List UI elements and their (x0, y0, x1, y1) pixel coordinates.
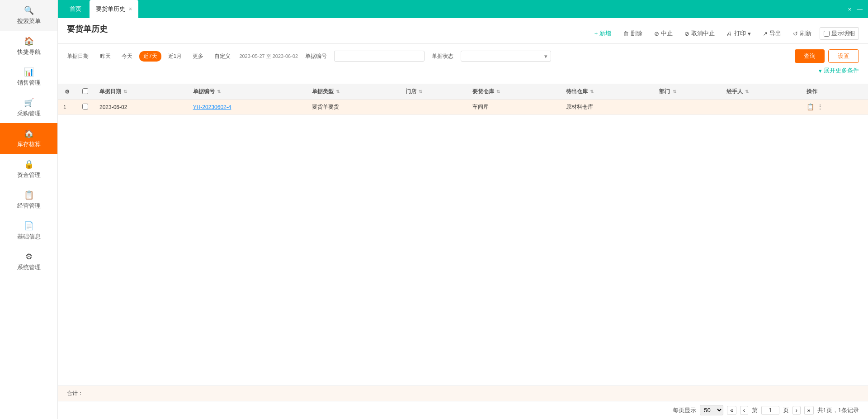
col-bill-type[interactable]: 单据类型 ⇅ (307, 84, 400, 100)
date-btn-7days[interactable]: 近7天 (139, 51, 161, 62)
sidebar-item-sales[interactable]: 📊 销售管理 (0, 62, 57, 92)
row-edit-icon[interactable]: 📋 (807, 103, 814, 110)
prev-page-button[interactable]: ‹ (740, 406, 748, 415)
row-pending-warehouse: 原材料仓库 (561, 100, 654, 115)
sidebar-item-basic-info[interactable]: 📄 基础信息 (0, 215, 57, 246)
sidebar-item-system[interactable]: ⚙ 系统管理 (0, 246, 57, 277)
topbar-minimize-icon[interactable]: — (857, 6, 863, 13)
main-content: 首页 要货单历史 × × — 要货单历史 + 新增 🗑 删除 (58, 0, 868, 419)
tab-bill-history[interactable]: 要货单历史 × (90, 0, 138, 18)
col-pending-warehouse[interactable]: 待出仓库 ⇅ (561, 84, 654, 100)
status-label: 单据状态 (432, 52, 453, 60)
pagination: 每页显示 50 100 « ‹ 第 页 › » 共1页，1条记录 (58, 401, 868, 419)
table-header-row: ⚙ 单据日期 ⇅ 单据编号 ⇅ 单据类型 ⇅ 门店 ⇅ 要货仓库 ⇅ 待出仓库 … (58, 84, 868, 100)
page-title: 要货单历史 (67, 24, 108, 34)
date-btn-more[interactable]: 更多 (189, 51, 208, 62)
purchase-icon: 🛒 (24, 98, 34, 108)
last-page-button[interactable]: » (804, 406, 814, 415)
next-page-button[interactable]: › (793, 406, 801, 415)
row-department (654, 100, 721, 115)
row-actions: 📋 ⋮ (801, 100, 868, 114)
table-body: 1 2023-06-02 YH-20230602-4 要货单要货 车间库 原材料… (58, 100, 868, 115)
basic-info-icon: 📄 (24, 221, 34, 231)
sidebar-item-inventory[interactable]: 🏠 库存核算 (0, 123, 57, 154)
print-button[interactable]: 🖨 打印 ▾ (723, 28, 755, 39)
stop-button[interactable]: ⊘ 中止 (651, 28, 676, 39)
row-more-icon[interactable]: ⋮ (817, 103, 823, 110)
bill-no-input[interactable] (334, 51, 425, 62)
sidebar-item-purchase[interactable]: 🛒 采购管理 (0, 92, 57, 123)
col-action: 操作 (801, 84, 868, 100)
col-checkbox (76, 84, 94, 100)
date-btn-1month[interactable]: 近1月 (164, 51, 186, 62)
col-date[interactable]: 单据日期 ⇅ (94, 84, 188, 100)
page-number-input[interactable] (761, 406, 779, 415)
sidebar-item-finance[interactable]: 🔒 资金管理 (0, 154, 57, 185)
search-menu-icon: 🔍 (24, 5, 34, 15)
finance-icon: 🔒 (24, 159, 34, 169)
row-checkbox[interactable] (76, 100, 94, 115)
table-row: 1 2023-06-02 YH-20230602-4 要货单要货 车间库 原材料… (58, 100, 868, 115)
col-store[interactable]: 门店 ⇅ (400, 84, 467, 100)
system-icon: ⚙ (25, 252, 33, 262)
page-label: 第 (752, 406, 758, 414)
row-bill-type: 要货单要货 (307, 100, 400, 115)
display-detail-button[interactable]: 显示明细 (820, 27, 859, 40)
table-container: ⚙ 单据日期 ⇅ 单据编号 ⇅ 单据类型 ⇅ 门店 ⇅ 要货仓库 ⇅ 待出仓库 … (58, 84, 868, 386)
select-all-checkbox[interactable] (82, 88, 88, 94)
date-filter-label: 单据日期 (67, 52, 89, 60)
total-records-label: 共1页，1条记录 (817, 406, 859, 414)
summary-label: 合计： (67, 390, 83, 397)
col-bill-no[interactable]: 单据编号 ⇅ (188, 84, 307, 100)
bill-no-label: 单据编号 (305, 52, 327, 60)
col-handler[interactable]: 经手人 ⇅ (721, 84, 802, 100)
row-bill-no[interactable]: YH-20230602-4 (188, 100, 307, 115)
status-select-wrapper (461, 51, 551, 62)
table-footer: 合计： (58, 386, 868, 401)
col-department[interactable]: 部门 ⇅ (654, 84, 721, 100)
per-page-label: 每页显示 (673, 406, 696, 414)
col-req-warehouse[interactable]: 要货仓库 ⇅ (467, 84, 561, 100)
topbar: 首页 要货单历史 × × — (58, 0, 868, 18)
per-page-select[interactable]: 50 100 (700, 405, 723, 415)
row-store (400, 100, 467, 115)
filter-area: 单据日期 昨天 今天 近7天 近1月 更多 自定义 2023-05-27 至 2… (58, 44, 868, 84)
topbar-close-icon[interactable]: × (848, 6, 851, 13)
query-button[interactable]: 查询 (795, 49, 825, 63)
row-date: 2023-06-02 (94, 100, 188, 115)
operation-icon: 📋 (24, 190, 34, 200)
sidebar-item-quick-nav[interactable]: 🏠 快捷导航 (0, 31, 57, 62)
display-detail-checkbox[interactable] (824, 31, 830, 37)
export-button[interactable]: ↗ 导出 (759, 28, 785, 39)
tab-close-icon[interactable]: × (129, 6, 132, 12)
topbar-right: × — (848, 6, 863, 13)
tab-home[interactable]: 首页 (63, 0, 88, 18)
row-req-warehouse: 车间库 (467, 100, 561, 115)
sales-icon: 📊 (24, 67, 34, 77)
quick-nav-icon: 🏠 (24, 36, 34, 46)
date-btn-custom[interactable]: 自定义 (210, 51, 235, 62)
inventory-icon: 🏠 (24, 129, 34, 138)
col-settings[interactable]: ⚙ (58, 84, 76, 100)
cancel-stop-button[interactable]: ⊘ 取消中止 (681, 28, 718, 39)
new-button[interactable]: + 新增 (591, 28, 615, 39)
page-header: 要货单历史 + 新增 🗑 删除 ⊘ 中止 ⊘ 取消中止 (58, 18, 868, 44)
settings-button[interactable]: 设置 (828, 49, 859, 63)
date-btn-today[interactable]: 今天 (118, 51, 137, 62)
page-suffix: 页 (783, 406, 789, 414)
expand-more-button[interactable]: ▾ 展开更多条件 (819, 67, 859, 75)
date-btn-yesterday[interactable]: 昨天 (96, 51, 115, 62)
sidebar-item-operation[interactable]: 📋 经营管理 (0, 185, 57, 215)
first-page-button[interactable]: « (727, 406, 736, 415)
filter-row-2: ▾ 展开更多条件 (67, 67, 859, 75)
content-area: 要货单历史 + 新增 🗑 删除 ⊘ 中止 ⊘ 取消中止 (58, 18, 868, 419)
status-select[interactable] (461, 51, 551, 62)
filter-row-1: 单据日期 昨天 今天 近7天 近1月 更多 自定义 2023-05-27 至 2… (67, 49, 859, 63)
row-index: 1 (58, 100, 76, 115)
delete-button[interactable]: 🗑 删除 (619, 28, 646, 39)
sidebar-item-search-menu[interactable]: 🔍 搜索菜单 (0, 0, 57, 31)
toolbar: + 新增 🗑 删除 ⊘ 中止 ⊘ 取消中止 🖨 (591, 24, 859, 43)
refresh-button[interactable]: ↺ 刷新 (789, 28, 815, 39)
date-filter-buttons: 昨天 今天 近7天 近1月 更多 自定义 2023-05-27 至 2023-0… (96, 51, 298, 62)
date-range-display: 2023-05-27 至 2023-06-02 (239, 53, 298, 60)
